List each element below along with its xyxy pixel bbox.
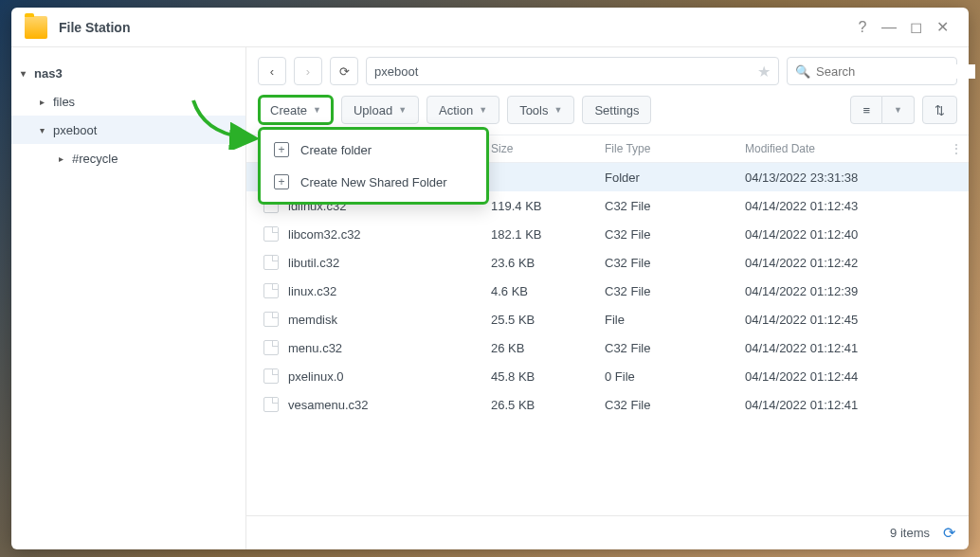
- file-modified: 04/13/2022 23:31:38: [745, 171, 944, 185]
- file-type: C32 File: [605, 227, 745, 242]
- reload-button[interactable]: ⟳: [330, 57, 358, 85]
- file-name: menu.c32: [288, 341, 342, 355]
- file-size: 26.5 KB: [491, 398, 605, 412]
- caret-down-icon: ▾: [21, 68, 34, 79]
- tree-item-recycle[interactable]: ▸#recycle: [11, 144, 245, 172]
- close-button[interactable]: ✕: [929, 14, 955, 41]
- sort-button[interactable]: ⇅: [922, 96, 957, 124]
- tree-item-files[interactable]: ▸files: [11, 87, 245, 116]
- action-label: Action: [439, 103, 473, 117]
- file-icon: [263, 283, 279, 298]
- help-button[interactable]: ?: [849, 14, 876, 41]
- item-count: 9 items: [890, 526, 930, 540]
- view-list-button[interactable]: ≡: [850, 96, 882, 124]
- file-type: C32 File: [605, 341, 745, 355]
- create-folder-label: Create folder: [300, 143, 372, 157]
- col-modified[interactable]: Modified Date: [745, 142, 944, 155]
- caret-down-icon: ▼: [479, 105, 487, 115]
- settings-button[interactable]: Settings: [582, 96, 651, 124]
- upload-button[interactable]: Upload ▼: [341, 96, 419, 124]
- file-name: libcom32.c32: [288, 227, 361, 242]
- file-size: 26 KB: [491, 341, 605, 355]
- reload-icon: ⟳: [339, 64, 350, 79]
- minimize-button[interactable]: ―: [876, 14, 902, 41]
- create-shared-label: Create New Shared Folder: [300, 175, 447, 189]
- tools-button[interactable]: Tools ▼: [507, 96, 574, 124]
- caret-down-icon: ▾: [40, 125, 53, 135]
- caret-down-icon: ▼: [554, 105, 563, 115]
- file-name: memdisk: [288, 313, 337, 327]
- action-toolbar: Create ▼ Upload ▼ Action ▼ Tools ▼ Setti…: [246, 91, 969, 135]
- upload-label: Upload: [354, 103, 392, 117]
- file-size: 4.6 KB: [491, 284, 605, 298]
- settings-label: Settings: [594, 103, 639, 117]
- file-size: 182.1 KB: [491, 227, 605, 242]
- col-menu[interactable]: ⋮: [944, 142, 969, 155]
- path-toolbar: ‹ › ⟳ pxeboot ★ 🔍: [246, 47, 969, 91]
- file-size: 23.6 KB: [491, 256, 605, 270]
- new-folder-icon: +: [274, 174, 289, 189]
- favorite-star-icon[interactable]: ★: [757, 63, 771, 81]
- file-modified: 04/14/2022 01:12:41: [745, 398, 944, 412]
- file-icon: [263, 340, 279, 355]
- app-title: File Station: [59, 20, 130, 35]
- file-modified: 04/14/2022 01:12:40: [745, 227, 944, 242]
- caret-down-icon: ▼: [313, 105, 321, 115]
- table-row[interactable]: linux.c324.6 KBC32 File04/14/2022 01:12:…: [246, 277, 969, 305]
- search-icon: 🔍: [795, 64, 810, 79]
- file-size: 45.8 KB: [491, 369, 605, 384]
- titlebar: File Station ? ― ◻ ✕: [11, 8, 969, 47]
- file-icon: [263, 226, 279, 242]
- view-mode-group: ≡ ▼: [850, 96, 915, 124]
- tree-item-pxeboot[interactable]: ▾pxeboot: [11, 116, 245, 144]
- create-folder-item[interactable]: + Create folder: [261, 134, 486, 166]
- table-row[interactable]: libutil.c3223.6 KBC32 File04/14/2022 01:…: [246, 248, 969, 277]
- refresh-icon[interactable]: ⟳: [943, 524, 955, 542]
- table-row[interactable]: memdisk25.5 KBFile04/14/2022 01:12:45: [246, 305, 969, 333]
- tools-label: Tools: [519, 103, 548, 117]
- search-box[interactable]: 🔍: [787, 57, 957, 85]
- create-shared-folder-item[interactable]: + Create New Shared Folder: [261, 166, 486, 198]
- search-input[interactable]: [816, 64, 975, 79]
- list-icon: ≡: [862, 103, 870, 117]
- path-text: pxeboot: [374, 64, 757, 79]
- new-folder-icon: +: [274, 142, 289, 157]
- file-type: 0 File: [605, 369, 745, 384]
- action-button[interactable]: Action ▼: [426, 96, 499, 124]
- file-size: 25.5 KB: [491, 313, 605, 327]
- file-name: libutil.c32: [288, 256, 339, 270]
- table-row[interactable]: vesamenu.c3226.5 KBC32 File04/14/2022 01…: [246, 390, 969, 419]
- tree-root[interactable]: ▾ nas3: [11, 59, 245, 87]
- file-name: pxelinux.0: [288, 369, 344, 384]
- sidebar: ▾ nas3 ▸files▾pxeboot▸#recycle: [11, 47, 246, 549]
- caret-down-icon: ▼: [894, 105, 902, 115]
- app-icon: [25, 16, 47, 39]
- view-mode-dropdown[interactable]: ▼: [882, 96, 915, 124]
- col-type[interactable]: File Type: [605, 142, 745, 155]
- statusbar: 9 items ⟳: [246, 515, 969, 549]
- file-icon: [263, 368, 279, 384]
- create-button[interactable]: Create ▼: [258, 95, 334, 125]
- path-input[interactable]: pxeboot ★: [366, 57, 779, 85]
- file-name: linux.c32: [288, 284, 336, 298]
- table-row[interactable]: libcom32.c32182.1 KBC32 File04/14/2022 0…: [246, 220, 969, 248]
- file-type: C32 File: [605, 199, 745, 213]
- file-modified: 04/14/2022 01:12:42: [745, 256, 944, 270]
- file-type: File: [605, 313, 745, 327]
- file-modified: 04/14/2022 01:12:43: [745, 199, 944, 213]
- table-row[interactable]: menu.c3226 KBC32 File04/14/2022 01:12:41: [246, 333, 969, 362]
- tree-item-label: pxeboot: [53, 123, 97, 137]
- chevron-left-icon: ‹: [270, 64, 274, 79]
- file-type: C32 File: [605, 256, 745, 270]
- maximize-button[interactable]: ◻: [902, 14, 929, 41]
- nav-forward-button[interactable]: ›: [294, 57, 322, 85]
- file-modified: 04/14/2022 01:12:45: [745, 313, 944, 327]
- file-name: vesamenu.c32: [288, 398, 369, 412]
- file-type: C32 File: [605, 398, 745, 412]
- caret-right-icon: ▸: [59, 153, 72, 164]
- table-row[interactable]: pxelinux.045.8 KB0 File04/14/2022 01:12:…: [246, 362, 969, 390]
- nav-back-button[interactable]: ‹: [258, 57, 286, 85]
- sort-icon: ⇅: [935, 103, 945, 117]
- col-size[interactable]: Size: [491, 142, 605, 155]
- chevron-right-icon: ›: [306, 64, 310, 79]
